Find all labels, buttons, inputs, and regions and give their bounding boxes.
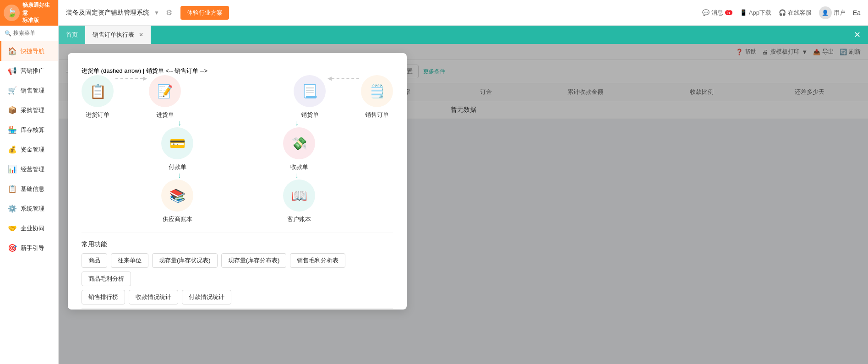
logo-text: 畅康通好生意 标准版 xyxy=(22,1,55,24)
sidebar-item-inventory[interactable]: 🏪 库存核算 xyxy=(0,120,58,140)
cf-btn-supplier-customer[interactable]: 往来单位 xyxy=(111,253,148,268)
app-download-button[interactable]: 📱 App下载 xyxy=(740,9,771,17)
sidebar: 🍃 畅康通好生意 标准版 🔍 搜索菜单 🏠 快捷导航 📢 营销推广 🛒 销售管理… xyxy=(0,0,59,364)
trial-button[interactable]: 体验行业方案 xyxy=(180,6,229,20)
settings-icon[interactable]: ⚙ xyxy=(166,8,172,17)
cf-btn-sales-rank[interactable]: 销售排行榜 xyxy=(82,290,125,304)
sidebar-item-purchase[interactable]: 📦 采购管理 xyxy=(0,100,58,120)
sidebar-item-guide[interactable]: 🎯 新手引导 xyxy=(0,238,58,258)
modal-overlay: 进货单 (dashed arrow) | 销货单 <-- 销售订单 --> 📋 … xyxy=(59,44,868,364)
cf-btn-sales-profit[interactable]: 销售毛利分析表 xyxy=(290,253,345,268)
tab-close-icon[interactable]: ✕ xyxy=(139,32,143,38)
finance-icon: 💰 xyxy=(8,145,17,154)
modal-scrollbar: ◀ ▶ xyxy=(82,308,393,310)
sidebar-item-base-info[interactable]: 📋 基础信息 xyxy=(0,179,58,199)
sidebar-nav: 🏠 快捷导航 📢 营销推广 🛒 销售管理 📦 采购管理 🏪 库存核算 💰 资金管… xyxy=(0,41,58,364)
app-icon: 📱 xyxy=(740,9,747,16)
flow-node-payment-bill[interactable]: 💳 付款单 xyxy=(161,127,193,171)
home-icon: 🏠 xyxy=(8,47,17,55)
sidebar-item-marketing[interactable]: 📢 营销推广 xyxy=(0,61,58,81)
inventory-icon: 🏪 xyxy=(8,125,17,134)
customer-ledger-circle: 📖 xyxy=(283,179,315,212)
tab-bar-right: ✕ xyxy=(850,28,868,42)
message-badge: 5 xyxy=(725,10,732,15)
sidebar-item-operation[interactable]: 📊 经营管理 xyxy=(0,159,58,179)
cf-btn-payment-stats[interactable]: 付款情况统计 xyxy=(182,290,231,304)
guide-icon: 🎯 xyxy=(8,244,17,252)
base-info-icon: 📋 xyxy=(8,185,17,193)
common-buttons-row2: 销售排行榜 收款情况统计 付款情况统计 xyxy=(82,290,393,304)
sidebar-item-quick-nav[interactable]: 🏠 快捷导航 xyxy=(0,41,58,61)
sidebar-item-enterprise[interactable]: 🤝 企业协同 xyxy=(0,218,58,238)
common-functions: 常用功能 商品 往来单位 现存量(库存状况表) 现存量(库存分布表) 销售毛利分… xyxy=(82,233,393,304)
cf-btn-stock-status[interactable]: 现存量(库存状况表) xyxy=(152,253,218,268)
flow-node-receipt-bill[interactable]: 💸 收款单 xyxy=(283,127,315,171)
top-header: 装备及固定资产辅助管理系统 ▼ ⚙ 体验行业方案 💬 消息 5 📱 App下载 … xyxy=(59,0,868,26)
payment-bill-circle: 💳 xyxy=(161,127,193,159)
sidebar-item-sales[interactable]: 🛒 销售管理 xyxy=(0,81,58,100)
user-menu[interactable]: 👤 用户 xyxy=(819,6,846,19)
flow-node-customer-ledger[interactable]: 📖 客户账本 xyxy=(283,179,315,223)
purchase-icon: 📦 xyxy=(8,106,17,114)
sales-order-circle: 🗒️ xyxy=(361,75,393,107)
user-ea-label: Ea xyxy=(853,9,861,16)
flow-modal: 进货单 (dashed arrow) | 销货单 <-- 销售订单 --> 📋 … xyxy=(68,53,407,310)
sidebar-item-finance[interactable]: 💰 资金管理 xyxy=(0,140,58,159)
sales-bill-circle: 📃 xyxy=(294,75,326,107)
message-button[interactable]: 💬 消息 5 xyxy=(702,9,732,17)
system-icon: ⚙️ xyxy=(8,204,17,213)
cf-btn-product[interactable]: 商品 xyxy=(82,253,107,268)
supplier-ledger-circle: 📚 xyxy=(161,179,193,212)
header-right: 💬 消息 5 📱 App下载 🎧 在线客服 👤 用户 Ea xyxy=(702,6,861,19)
sidebar-item-system[interactable]: ⚙️ 系统管理 xyxy=(0,199,58,218)
avatar: 👤 xyxy=(819,6,832,19)
service-icon: 🎧 xyxy=(779,9,786,16)
online-service-button[interactable]: 🎧 在线客服 xyxy=(779,9,812,17)
tab-bar: 首页 销售订单执行表 ✕ ✕ xyxy=(59,26,868,44)
search-menu[interactable]: 🔍 搜索菜单 xyxy=(0,26,58,41)
close-all-tabs-button[interactable]: ✕ xyxy=(850,28,864,42)
flow-node-sales-order[interactable]: 🗒️ 销售订单 xyxy=(361,75,393,119)
enterprise-icon: 🤝 xyxy=(8,224,17,233)
message-icon: 💬 xyxy=(702,9,710,16)
purchase-order-circle: 📋 xyxy=(82,75,114,107)
flow-node-purchase-order[interactable]: 📋 进货订单 xyxy=(82,75,114,119)
purchase-bill-circle: 📝 xyxy=(149,75,181,107)
cf-btn-product-profit[interactable]: 商品毛利分析 xyxy=(82,272,131,286)
sales-icon: 🛒 xyxy=(8,86,17,95)
flow-node-sales-bill[interactable]: 📃 销货单 xyxy=(294,75,326,119)
tab-home[interactable]: 首页 xyxy=(59,26,85,44)
flow-node-purchase-bill[interactable]: 📝 进货单 xyxy=(149,75,181,119)
common-functions-title: 常用功能 xyxy=(82,240,393,249)
flow-diagram: 进货单 (dashed arrow) | 销货单 <-- 销售订单 --> 📋 … xyxy=(82,67,393,223)
content-area: ❓ 帮助 🖨 按模板打印 ▼ 📤 导出 🔄 刷新 xyxy=(59,44,868,364)
logo-icon: 🍃 xyxy=(4,5,20,21)
flow-node-supplier-ledger[interactable]: 📚 供应商账本 xyxy=(161,179,193,223)
dropdown-arrow[interactable]: ▼ xyxy=(154,10,159,16)
tab-sales-order-exec[interactable]: 销售订单执行表 ✕ xyxy=(85,26,151,44)
logo: 🍃 畅康通好生意 标准版 xyxy=(0,0,58,26)
main-content: 装备及固定资产辅助管理系统 ▼ ⚙ 体验行业方案 💬 消息 5 📱 App下载 … xyxy=(59,0,868,364)
receipt-bill-circle: 💸 xyxy=(283,127,315,159)
marketing-icon: 📢 xyxy=(8,66,17,75)
cf-btn-stock-dist[interactable]: 现存量(库存分布表) xyxy=(221,253,287,268)
search-icon: 🔍 xyxy=(5,30,11,37)
operation-icon: 📊 xyxy=(8,165,17,174)
common-buttons-row1: 商品 往来单位 现存量(库存状况表) 现存量(库存分布表) 销售毛利分析表 商品… xyxy=(82,253,393,286)
system-title: 装备及固定资产辅助管理系统 xyxy=(66,9,149,17)
cf-btn-receipt-stats[interactable]: 收款情况统计 xyxy=(129,290,178,304)
